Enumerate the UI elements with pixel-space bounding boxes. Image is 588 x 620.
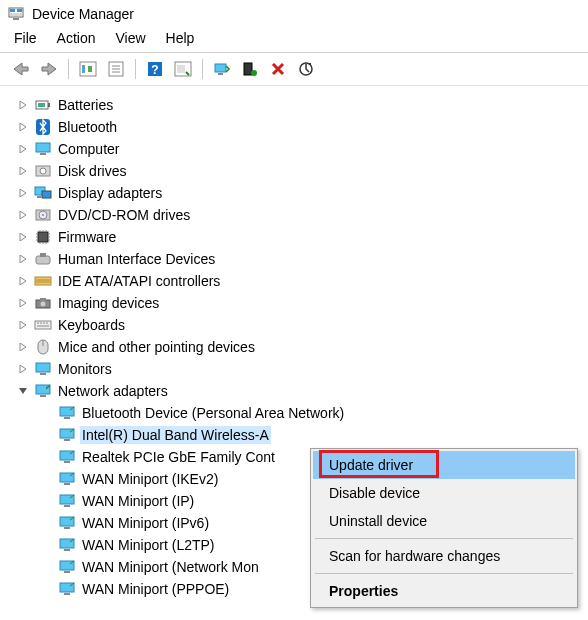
chevron-right-icon[interactable] [16,340,30,354]
chevron-right-icon[interactable] [16,208,30,222]
toolbar-separator [135,59,136,79]
svg-rect-50 [64,461,70,463]
svg-point-30 [42,214,44,216]
tree-node-firmware[interactable]: Firmware [16,226,584,248]
menu-help[interactable]: Help [158,28,203,48]
mouse-icon [34,338,52,356]
tree-label: Keyboards [56,316,127,334]
network-adapter-icon [58,536,76,554]
svg-rect-27 [37,196,41,198]
monitor-icon [34,140,52,158]
tree-label: WAN Miniport (Network Mon [80,558,261,576]
monitor-icon [34,360,52,378]
properties-toolbar-button[interactable] [103,57,129,81]
disk-drive-icon [34,162,52,180]
tree-label: WAN Miniport (L2TP) [80,536,217,554]
svg-rect-38 [35,321,51,329]
svg-point-15 [251,70,257,76]
chevron-right-icon[interactable] [16,120,30,134]
context-scan-hardware[interactable]: Scan for hardware changes [313,542,575,570]
cdrom-icon [34,206,52,224]
tree-node-imaging[interactable]: Imaging devices [16,292,584,314]
tree-label: Intel(R) Dual Band Wireless-A [80,426,271,444]
chevron-right-icon[interactable] [16,296,30,310]
tree-label: DVD/CD-ROM drives [56,206,192,224]
update-driver-toolbar-button[interactable] [209,57,235,81]
chevron-right-icon[interactable] [16,274,30,288]
help-toolbar-button[interactable]: ? [142,57,168,81]
toolbar: ? [0,53,588,86]
tree-label: Bluetooth Device (Personal Area Network) [80,404,346,422]
network-adapter-icon [58,470,76,488]
tree-node-ide[interactable]: IDE ATA/ATAPI controllers [16,270,584,292]
svg-rect-56 [64,527,70,529]
spacer [40,472,54,486]
scan-hardware-toolbar-button[interactable] [293,57,319,81]
tree-label: Monitors [56,360,114,378]
show-hide-tree-button[interactable] [75,57,101,81]
tree-node-intel-wifi[interactable]: Intel(R) Dual Band Wireless-A [16,424,584,446]
menu-file[interactable]: File [6,28,45,48]
tree-node-dvd-cdrom[interactable]: DVD/CD-ROM drives [16,204,584,226]
network-adapter-icon [58,558,76,576]
tree-node-keyboards[interactable]: Keyboards [16,314,584,336]
chevron-right-icon[interactable] [16,362,30,376]
title-bar: Device Manager [0,0,588,26]
svg-rect-11 [177,65,185,73]
device-manager-icon [8,6,24,22]
chevron-right-icon[interactable] [16,98,30,112]
svg-rect-41 [36,363,50,372]
chevron-right-icon[interactable] [16,186,30,200]
tree-label: Network adapters [56,382,170,400]
tree-node-monitors[interactable]: Monitors [16,358,584,380]
back-button[interactable] [8,57,34,81]
uninstall-device-toolbar-button[interactable] [265,57,291,81]
forward-button[interactable] [36,57,62,81]
tree-node-computer[interactable]: Computer [16,138,584,160]
tree-node-display-adapters[interactable]: Display adapters [16,182,584,204]
tree-node-network-adapters[interactable]: Network adapters [16,380,584,402]
chevron-right-icon[interactable] [16,230,30,244]
chevron-right-icon[interactable] [16,252,30,266]
enable-device-toolbar-button[interactable] [237,57,263,81]
context-separator [315,573,573,574]
tree-node-disk-drives[interactable]: Disk drives [16,160,584,182]
spacer [40,494,54,508]
display-adapter-icon [34,184,52,202]
action-toolbar-button[interactable] [170,57,196,81]
context-disable-device[interactable]: Disable device [313,479,575,507]
svg-rect-62 [64,593,70,595]
svg-rect-22 [40,153,46,155]
spacer [40,538,54,552]
svg-rect-6 [82,65,85,73]
chevron-down-icon[interactable] [16,384,30,398]
network-adapter-icon [58,580,76,598]
svg-rect-13 [218,73,223,75]
battery-icon [34,96,52,114]
tree-node-hid[interactable]: Human Interface Devices [16,248,584,270]
tree-node-bluetooth[interactable]: Bluetooth [16,116,584,138]
svg-rect-58 [64,549,70,551]
menu-action[interactable]: Action [49,28,104,48]
chevron-right-icon[interactable] [16,318,30,332]
tree-node-mice[interactable]: Mice and other pointing devices [16,336,584,358]
tree-node-batteries[interactable]: Batteries [16,94,584,116]
tree-label: Disk drives [56,162,128,180]
svg-rect-1 [10,9,15,12]
svg-rect-60 [64,571,70,573]
svg-rect-48 [64,439,70,441]
tree-node-bt-pan[interactable]: Bluetooth Device (Personal Area Network) [16,402,584,424]
context-uninstall-device[interactable]: Uninstall device [313,507,575,535]
chevron-right-icon[interactable] [16,142,30,156]
context-update-driver[interactable]: Update driver [313,451,575,479]
context-properties[interactable]: Properties [313,577,575,605]
tree-label: Human Interface Devices [56,250,217,268]
svg-rect-54 [64,505,70,507]
spacer [40,560,54,574]
svg-rect-31 [38,232,48,242]
svg-rect-44 [40,395,46,397]
spacer [40,516,54,530]
menu-view[interactable]: View [107,28,153,48]
tree-label: WAN Miniport (IP) [80,492,196,510]
chevron-right-icon[interactable] [16,164,30,178]
